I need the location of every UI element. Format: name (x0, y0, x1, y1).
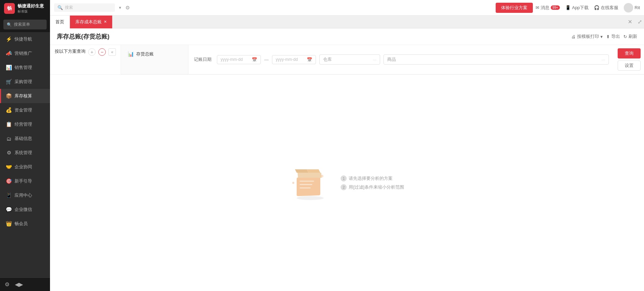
expand-panel-button[interactable]: ⤢ (636, 19, 644, 25)
headset-icon: 🎧 (594, 5, 599, 10)
product-more-icon[interactable]: ··· (601, 57, 605, 62)
tab-inventory-ledger[interactable]: 库存成本总账 ✕ (70, 16, 113, 28)
user-menu[interactable]: Rit (624, 3, 640, 13)
settings-header-icon[interactable]: ⚙ (125, 5, 130, 11)
empty-step-2: 2 用[过滤]条件来缩小分析范围 (341, 183, 404, 192)
sidebar-item-sales[interactable]: 📊 销售管理 (0, 60, 50, 75)
sidebar-item-wechat[interactable]: 💬 企业微信 (0, 202, 50, 217)
finance-icon: 💰 (6, 107, 12, 113)
sales-icon: 📊 (6, 65, 12, 71)
svg-marker-2 (298, 173, 322, 178)
page-header: 库存总账(存货总账) 🖨 按模板打印 ▾ ⬆ 导出 ↻ 刷新 (50, 28, 644, 45)
settings-footer-button[interactable]: ⚙ (5, 281, 9, 288)
date-end-input[interactable]: yyyy-mm-dd 📅 (272, 55, 316, 64)
filter-right: 📊 存货总账 记账日期 yyyy-mm-dd 📅 — yyyy- (121, 45, 644, 74)
industry-solution-button[interactable]: 体验行业方案 (496, 3, 533, 13)
tab-home[interactable]: 首页 (50, 16, 70, 28)
export-button[interactable]: ⬆ 导出 (606, 33, 620, 40)
main-area: 🔍 搜索 ▾ ⚙ 体验行业方案 ✉ 消息 99+ 📱 App下载 🎧 在线客服 … (50, 0, 644, 291)
svg-point-8 (321, 175, 323, 177)
mobile-icon: 📱 (565, 5, 571, 10)
wechat-icon: 💬 (6, 207, 12, 213)
date-separator: — (264, 57, 269, 62)
sidebar-item-enterprise[interactable]: 🤝 企业协同 (0, 160, 50, 174)
sidebar-item-newuser[interactable]: 🎯 新手引导 (0, 174, 50, 188)
basic-icon: 🗂 (6, 136, 12, 142)
filter-collapse-button[interactable]: « (108, 48, 116, 56)
purchase-icon: 🛒 (6, 79, 12, 85)
warehouse-select[interactable]: 仓库 ··· (319, 54, 380, 65)
filter-del-button[interactable]: − (98, 48, 106, 56)
warehouse-label: 仓库 (323, 56, 332, 63)
sidebar-item-shortcut[interactable]: ⚡ 快捷导航 (0, 32, 50, 46)
sidebar-item-operation[interactable]: 📋 经营管理 (0, 117, 50, 131)
svg-point-0 (297, 196, 324, 200)
sidebar-footer: ⚙ ◀▶ (0, 277, 50, 291)
messages-button[interactable]: ✉ 消息 99+ (536, 5, 560, 11)
product-select[interactable]: 商品 ··· (383, 54, 609, 65)
marketing-icon: 📣 (6, 50, 12, 56)
inventory-icon: 📦 (6, 93, 12, 99)
message-icon: ✉ (536, 5, 539, 10)
sidebar-item-purchase[interactable]: 🛒 采购管理 (0, 75, 50, 89)
scheme-item-inventory[interactable]: 📊 存货总账 (124, 48, 185, 60)
filter-label: 按以下方案查询 (55, 48, 85, 54)
page-content: 库存总账(存货总账) 🖨 按模板打印 ▾ ⬆ 导出 ↻ 刷新 (50, 28, 644, 291)
close-panel-button[interactable]: ✕ (624, 19, 636, 25)
printer-icon: 🖨 (571, 34, 576, 39)
filter-add-button[interactable]: + (88, 48, 96, 56)
sidebar-item-appcenter[interactable]: 📱 应用中心 (0, 188, 50, 202)
filter-conditions: 记账日期 yyyy-mm-dd 📅 — yyyy-mm-dd 📅 仓库 (189, 45, 614, 74)
empty-text: 1 请先选择要分析的方案 2 用[过滤]条件来缩小分析范围 (341, 174, 404, 192)
tab-close-icon[interactable]: ✕ (104, 20, 107, 24)
settings-button[interactable]: 设置 (618, 60, 641, 71)
sidebar-item-finance[interactable]: 💰 资金管理 (0, 103, 50, 117)
operation-icon: 📋 (6, 121, 12, 127)
search-menu-button[interactable]: 🔍 搜索菜单 (3, 20, 47, 29)
query-buttons-area: 查询 设置 (614, 45, 644, 74)
shortcut-icon: ⚡ (6, 36, 12, 42)
collapse-sidebar-button[interactable]: ◀▶ (15, 281, 23, 288)
sidebar-item-inventory[interactable]: 📦 库存核算 (0, 89, 50, 103)
online-service-button[interactable]: 🎧 在线客服 (594, 5, 618, 11)
app-logo: 畅 畅捷通好生意 标准版 (0, 0, 50, 17)
empty-step-1: 1 请先选择要分析的方案 (341, 174, 404, 183)
svg-marker-4 (307, 169, 320, 173)
print-template-button[interactable]: 🖨 按模板打印 ▾ (571, 33, 603, 40)
warehouse-more-icon[interactable]: ··· (373, 57, 376, 62)
search-dropdown-icon[interactable]: ▾ (119, 5, 121, 10)
header-right: ✉ 消息 99+ 📱 App下载 🎧 在线客服 Rit (536, 3, 640, 13)
refresh-button[interactable]: ↻ 刷新 (623, 33, 637, 40)
enterprise-icon: 🤝 (6, 164, 12, 170)
scheme-list: 📊 存货总账 (121, 45, 189, 74)
message-badge: 99+ (551, 5, 560, 10)
date-label: 记账日期 (194, 56, 212, 63)
sidebar-item-vip[interactable]: 👑 畅会员 (0, 217, 50, 231)
sidebar-item-system[interactable]: ⚙ 系统管理 (0, 146, 50, 160)
vip-icon: 👑 (6, 221, 12, 227)
top-header: 🔍 搜索 ▾ ⚙ 体验行业方案 ✉ 消息 99+ 📱 App下载 🎧 在线客服 … (50, 0, 644, 16)
sidebar: 畅 畅捷通好生意 标准版 🔍 搜索菜单 ⚡ 快捷导航 📣 营销推广 📊 销售管理… (0, 0, 50, 291)
tab-bar: 首页 库存成本总账 ✕ ✕ ⤢ (50, 16, 644, 28)
search-header-icon: 🔍 (57, 5, 63, 10)
svg-rect-1 (297, 177, 320, 196)
user-avatar (624, 3, 633, 13)
sidebar-item-marketing[interactable]: 📣 营销推广 (0, 46, 50, 60)
calendar-end-icon[interactable]: 📅 (307, 57, 312, 62)
empty-svg (290, 163, 330, 203)
date-start-input[interactable]: yyyy-mm-dd 📅 (217, 55, 261, 64)
scheme-and-conditions: 📊 存货总账 记账日期 yyyy-mm-dd 📅 — yyyy- (121, 45, 644, 74)
header-search-area[interactable]: 🔍 搜索 (54, 3, 115, 12)
appcenter-icon: 📱 (6, 192, 12, 198)
calendar-start-icon[interactable]: 📅 (252, 57, 257, 62)
page-title: 库存总账(存货总账) (57, 32, 109, 41)
scheme-icon: 📊 (128, 51, 134, 57)
query-button[interactable]: 查询 (618, 48, 641, 58)
logo-text: 畅捷通好生意 标准版 (18, 3, 44, 14)
newuser-icon: 🎯 (6, 178, 12, 184)
sidebar-nav: ⚡ 快捷导航 📣 营销推广 📊 销售管理 🛒 采购管理 📦 库存核算 💰 资金管… (0, 32, 50, 277)
sidebar-item-basic[interactable]: 🗂 基础信息 (0, 131, 50, 146)
empty-state: 1 请先选择要分析的方案 2 用[过滤]条件来缩小分析范围 (50, 75, 644, 291)
app-download-button[interactable]: 📱 App下载 (565, 5, 589, 11)
svg-marker-3 (295, 169, 308, 173)
